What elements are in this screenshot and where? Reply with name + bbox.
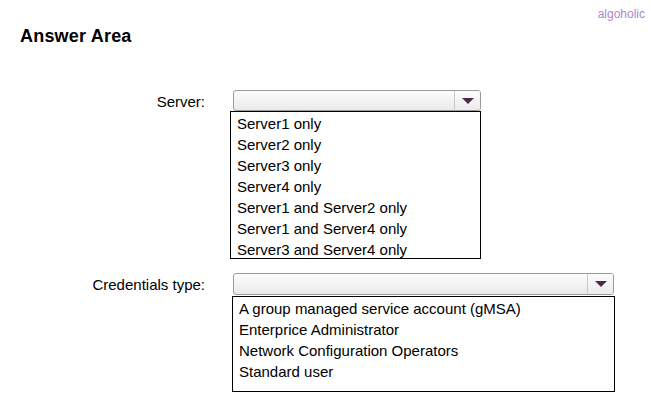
credentials-option[interactable]: Standard user — [233, 361, 614, 382]
server-dropdown-arrow-button[interactable] — [454, 91, 480, 110]
server-dropdown-value — [234, 91, 454, 110]
server-option[interactable]: Server1 and Server2 only — [231, 197, 480, 218]
credentials-dropdown-value — [234, 274, 587, 294]
credentials-option[interactable]: Enterprice Administrator — [233, 319, 614, 340]
server-option[interactable]: Server2 only — [231, 134, 480, 155]
server-label: Server: — [0, 91, 205, 112]
credentials-option[interactable]: Network Configuration Operators — [233, 340, 614, 361]
chevron-down-icon — [595, 281, 607, 287]
credentials-dropdown[interactable] — [233, 273, 614, 295]
credentials-options-list: A group managed service account (gMSA) E… — [232, 296, 615, 392]
credentials-dropdown-arrow-button[interactable] — [587, 274, 613, 294]
server-option[interactable]: Server1 only — [231, 113, 480, 134]
credentials-type-label: Credentials type: — [0, 274, 205, 295]
server-dropdown[interactable] — [233, 90, 481, 111]
server-option[interactable]: Server1 and Server4 only — [231, 218, 480, 239]
chevron-down-icon — [462, 98, 474, 104]
watermark-algoholic: algoholic — [598, 7, 645, 21]
server-option[interactable]: Server4 only — [231, 176, 480, 197]
page-title: Answer Area — [20, 26, 132, 47]
answer-area-page: { "watermark": "algoholic", "page": { "t… — [0, 0, 651, 403]
server-options-list: Server1 only Server2 only Server3 only S… — [230, 111, 481, 259]
server-option[interactable]: Server3 only — [231, 155, 480, 176]
credentials-option[interactable]: A group managed service account (gMSA) — [233, 298, 614, 319]
server-option[interactable]: Server3 and Server4 only — [231, 239, 480, 260]
